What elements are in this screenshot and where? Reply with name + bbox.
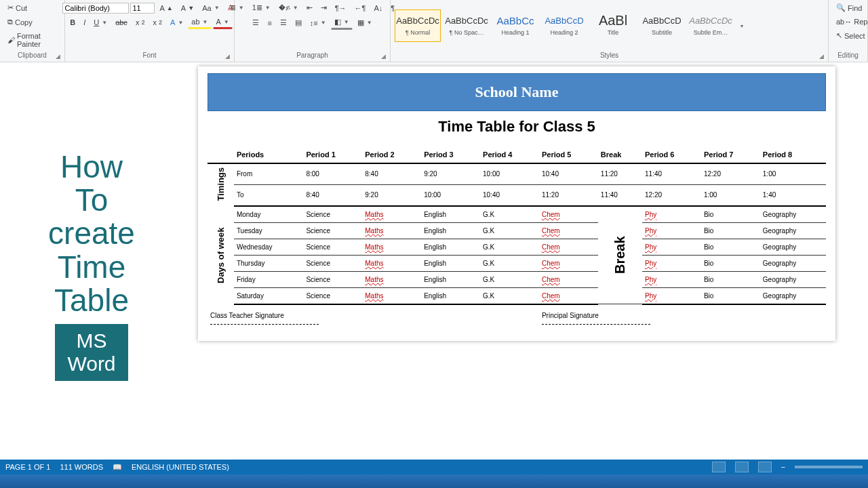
document-area[interactable]: School Name Time Table for Class 5 Perio…: [183, 62, 868, 469]
replace-button[interactable]: ab↔Replace: [833, 16, 868, 28]
cell: Bio: [701, 287, 760, 304]
col-header: Period 4: [480, 146, 539, 163]
cell: Chem: [539, 255, 598, 271]
ribbon: ✂Cut ⧉Copy 🖌Format Painter Clipboard◢ A▲…: [0, 0, 868, 62]
style-tile-0[interactable]: AaBbCcDc¶ Normal: [395, 9, 441, 42]
style-tile-6[interactable]: AaBbCcDcSubtle Em…: [688, 9, 734, 42]
styles-more-button[interactable]: ▾: [736, 21, 747, 31]
cell: Chem: [539, 287, 598, 304]
timings-label: Timings: [208, 163, 234, 206]
zoom-out-button[interactable]: −: [781, 463, 785, 471]
cell: Geography: [760, 239, 826, 255]
break-label: Break: [598, 206, 642, 304]
shading-button[interactable]: ◧▼: [331, 16, 353, 30]
cell: English: [421, 222, 480, 239]
dialog-launcher-icon[interactable]: ◢: [381, 53, 386, 60]
grow-font-button[interactable]: A▲: [156, 2, 176, 14]
style-tile-1[interactable]: AaBbCcDc¶ No Spac…: [443, 9, 490, 42]
scissors-icon: ✂: [7, 3, 14, 12]
style-tile-5[interactable]: AaBbCcDSubtitle: [639, 9, 685, 42]
decrease-indent-button[interactable]: ⇤: [303, 1, 316, 14]
cell: Maths: [362, 239, 421, 255]
word-count[interactable]: 111 WORDS: [60, 463, 103, 471]
cell: Saturday: [234, 287, 304, 304]
cell: Maths: [362, 271, 421, 287]
align-left-button[interactable]: ☰: [249, 16, 262, 29]
timetable: PeriodsPeriod 1Period 2Period 3Period 4P…: [208, 146, 826, 329]
cell: 10:40: [480, 184, 539, 205]
format-painter-button[interactable]: 🖌Format Painter: [4, 30, 60, 50]
strike-button[interactable]: abc: [112, 16, 131, 28]
cell: English: [421, 287, 480, 304]
select-button[interactable]: ↖Select: [833, 29, 868, 42]
find-button[interactable]: 🔍Find: [833, 1, 865, 14]
increase-indent-button[interactable]: ⇥: [317, 1, 330, 14]
cell: Maths: [362, 222, 421, 239]
windows-taskbar[interactable]: [0, 474, 868, 488]
numbering-button[interactable]: 1≣▼: [249, 1, 274, 14]
font-color-button[interactable]: A▼: [213, 16, 233, 29]
style-tile-4[interactable]: AaBlTitle: [590, 9, 636, 42]
cut-button[interactable]: ✂Cut: [4, 1, 31, 14]
col-header: Period 1: [303, 146, 362, 163]
cell: 12:20: [701, 163, 760, 184]
style-tile-3[interactable]: AaBbCcDHeading 2: [541, 9, 587, 42]
cell: Chem: [539, 206, 598, 223]
cell: English: [421, 239, 480, 255]
read-mode-button[interactable]: [712, 462, 726, 472]
clipboard-group-label: Clipboard: [18, 52, 47, 59]
cell: Maths: [362, 255, 421, 271]
rtl-button[interactable]: ←¶: [351, 2, 370, 14]
cell: Science: [303, 239, 362, 255]
cell: To: [234, 184, 304, 205]
cell: Geography: [760, 271, 826, 287]
italic-button[interactable]: I: [80, 16, 89, 28]
text-effects-button[interactable]: A▼: [167, 16, 186, 28]
zoom-slider[interactable]: [795, 466, 863, 468]
line-spacing-button[interactable]: ↕≡▼: [307, 17, 330, 29]
sort-button[interactable]: A↓: [370, 2, 386, 14]
shrink-font-button[interactable]: A▼: [178, 2, 197, 14]
web-layout-button[interactable]: [758, 462, 772, 472]
status-bar: PAGE 1 OF 1 111 WORDS 📖 ENGLISH (UNITED …: [0, 460, 868, 474]
align-right-button[interactable]: ☰: [277, 16, 290, 29]
justify-button[interactable]: ▤: [292, 16, 305, 29]
page: School Name Time Table for Class 5 Perio…: [198, 66, 835, 341]
font-size-combo[interactable]: [130, 3, 155, 14]
multilevel-button[interactable]: �ይ▼: [275, 1, 302, 14]
underline-button[interactable]: U▼: [90, 16, 111, 28]
group-styles: AaBbCcDc¶ NormalAaBbCcDc¶ No Spac…AaBbCc…: [391, 0, 829, 62]
cell: 8:40: [303, 184, 362, 205]
cell: Chem: [539, 271, 598, 287]
superscript-button[interactable]: x2: [149, 16, 165, 28]
dialog-launcher-icon[interactable]: ◢: [819, 53, 824, 60]
cell: Phy: [642, 222, 701, 239]
bullets-button[interactable]: ≣▼: [226, 1, 248, 14]
ltr-button[interactable]: ¶→: [332, 2, 350, 14]
align-center-button[interactable]: ≡: [264, 17, 275, 29]
subscript-button[interactable]: x2: [132, 16, 149, 28]
print-layout-button[interactable]: [735, 462, 749, 472]
styles-gallery[interactable]: AaBbCcDc¶ NormalAaBbCcDc¶ No Spac…AaBbCc…: [395, 1, 824, 50]
cell: Bio: [701, 271, 760, 287]
find-label: Find: [848, 4, 862, 12]
borders-button[interactable]: ▦▼: [354, 16, 376, 29]
cell: Geography: [760, 287, 826, 304]
cell: Geography: [760, 255, 826, 271]
highlight-button[interactable]: ab▼: [188, 16, 211, 29]
cell: 9:20: [362, 184, 421, 205]
cell: Bio: [701, 255, 760, 271]
dialog-launcher-icon[interactable]: ◢: [225, 53, 230, 60]
bold-button[interactable]: B: [66, 16, 79, 28]
painter-label: Format Painter: [17, 32, 57, 48]
school-banner: School Name: [208, 73, 826, 111]
change-case-button[interactable]: Aa▼: [199, 2, 222, 14]
proofing-icon[interactable]: 📖: [113, 463, 122, 472]
font-name-combo[interactable]: [62, 3, 129, 14]
dialog-launcher-icon[interactable]: ◢: [56, 53, 60, 60]
styles-group-label: Styles: [600, 52, 618, 59]
page-count[interactable]: PAGE 1 OF 1: [5, 463, 50, 471]
language[interactable]: ENGLISH (UNITED STATES): [132, 463, 229, 471]
copy-button[interactable]: ⧉Copy: [4, 16, 36, 28]
style-tile-2[interactable]: AaBbCcHeading 1: [492, 9, 538, 42]
